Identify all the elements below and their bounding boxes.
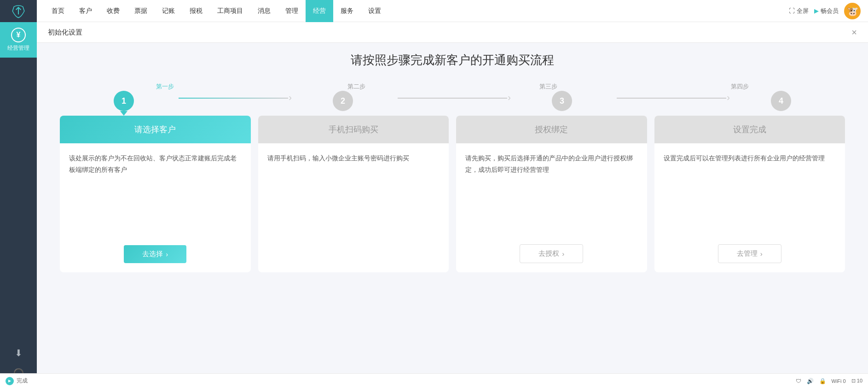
play-icon: ▶ [814,7,819,14]
sidebar-item-label: 经营管理 [7,44,29,52]
member-label: 畅会员 [821,7,839,15]
connector-2-3: › [398,98,507,99]
top-nav-right: ⛶ 全屏 ▶ 畅会员 🐮 [789,3,861,19]
card3-header: 授权绑定 [456,116,647,143]
status-bar-left: ▶ 完成 [6,377,28,385]
btn3-arrow: › [562,250,564,258]
card3-body: 请先购买，购买后选择开通的产品中的企业用户进行授权绑定，成功后即可进行经营管理 [456,143,647,237]
wizard-title: 请按照步骤完成新客户的开通购买流程 [55,52,850,68]
nav-settings[interactable]: 设置 [361,0,388,22]
fullscreen-button[interactable]: ⛶ 全屏 [789,7,809,15]
sidebar-item-management[interactable]: ¥ 经营管理 [0,22,37,58]
card3-footer: 去授权 › [456,237,647,272]
status-label: 完成 [17,377,28,385]
sidebar-logo [0,0,37,22]
lock-icon: 🔒 [819,378,826,384]
nav-home[interactable]: 首页 [44,0,72,22]
step3-label: 第三步 [539,83,557,90]
nav-business[interactable]: 工商项目 [210,0,250,22]
nav-fee[interactable]: 收费 [99,0,127,22]
connector-1-2: › [179,98,288,99]
step4-node: 4 [726,91,836,116]
card-2: 手机扫码购买 请用手机扫码，输入小微企业主账号密码进行购买 [258,116,449,272]
wifi-icon: WiFi 0 [832,378,846,384]
card2-header: 手机扫码购买 [258,116,449,143]
nav-invoice[interactable]: 票据 [127,0,155,22]
play-button[interactable]: ▶ [6,377,14,385]
management-icon: ¥ [11,28,26,42]
download-icon[interactable]: ⬇ [0,344,37,362]
fullscreen-label: 全屏 [797,7,809,15]
card-4: 设置完成 设置完成后可以在管理列表进行所有企业用户的经营管理 去管理 › [654,116,845,272]
card2-footer [258,256,449,272]
step2-label: 第二步 [347,83,365,90]
btn4-arrow: › [760,250,763,258]
step1-node: 1 [69,91,179,116]
nav-tax[interactable]: 报税 [182,0,210,22]
steps-labels-row: 第一步 第二步 第三步 第四步 [55,82,850,91]
status-bar: ▶ 完成 🛡 🔊 🔒 WiFi 0 ⊡ 10 [0,373,868,388]
step4-circle: 4 [771,91,791,111]
page-title: 初始化设置 [48,28,82,37]
volume-icon: 🔊 [807,378,814,384]
status-bar-right: 🛡 🔊 🔒 WiFi 0 ⊡ 10 [796,378,862,384]
nav-service[interactable]: 服务 [333,0,361,22]
card1-button[interactable]: 去选择 › [124,245,186,263]
card2-body: 请用手机扫码，输入小微企业主账号密码进行购买 [258,143,449,256]
step3-node: 3 [507,91,617,116]
step1-circle: 1 [114,91,134,111]
time-icon: ⊡ 10 [851,378,862,384]
member-button[interactable]: ▶ 畅会员 [814,7,839,15]
card1-header: 请选择客户 [60,116,251,143]
card3-button[interactable]: 去授权 › [520,244,583,263]
nav-operation[interactable]: 经营 [306,0,333,22]
sidebar: ¥ 经营管理 ⬇ 🎧 [0,0,37,388]
nav-customer[interactable]: 客户 [72,0,99,22]
nav-manage[interactable]: 管理 [278,0,306,22]
close-button[interactable]: × [851,28,857,37]
nav-accounting[interactable]: 记账 [155,0,182,22]
card1-body: 该处展示的客户为不在回收站、客户状态正常建账后完成老板端绑定的所有客户 [60,143,251,238]
card4-header: 设置完成 [654,116,845,143]
nav-message[interactable]: 消息 [250,0,278,22]
card4-footer: 去管理 › [654,237,845,272]
step1-pointer [120,111,127,116]
main-content: 初始化设置 × 请按照步骤完成新客户的开通购买流程 第一步 第二步 第三步 第四… [37,22,868,373]
shield-icon: 🛡 [796,378,801,384]
card4-button[interactable]: 去管理 › [718,244,781,263]
card1-footer: 去选择 › [60,238,251,272]
cards-row: 请选择客户 该处展示的客户为不在回收站、客户状态正常建账后完成老板端绑定的所有客… [55,116,850,272]
card-1: 请选择客户 该处展示的客户为不在回收站、客户状态正常建账后完成老板端绑定的所有客… [60,116,251,272]
step4-label: 第四步 [731,83,749,90]
step2-node: 2 [288,91,398,116]
play-icon: ▶ [8,379,11,383]
page-header: 初始化设置 × [37,22,868,43]
step1-label: 第一步 [156,83,174,90]
fullscreen-icon: ⛶ [789,7,795,14]
step2-circle: 2 [333,91,353,111]
steps-circles-row: 1 › 2 › 3 [55,91,850,116]
card4-body: 设置完成后可以在管理列表进行所有企业用户的经营管理 [654,143,845,237]
card-3: 授权绑定 请先购买，购买后选择开通的产品中的企业用户进行授权绑定，成功后即可进行… [456,116,647,272]
btn1-arrow: › [166,250,168,258]
avatar[interactable]: 🐮 [844,3,861,19]
connector-3-4: › [617,98,726,99]
wizard-container: 请按照步骤完成新客户的开通购买流程 第一步 第二步 第三步 第四步 1 [37,43,868,372]
top-nav: 首页 客户 收费 票据 记账 报税 工商项目 消息 管理 经营 服务 设置 ⛶ … [37,0,868,22]
step3-circle: 3 [552,91,572,111]
